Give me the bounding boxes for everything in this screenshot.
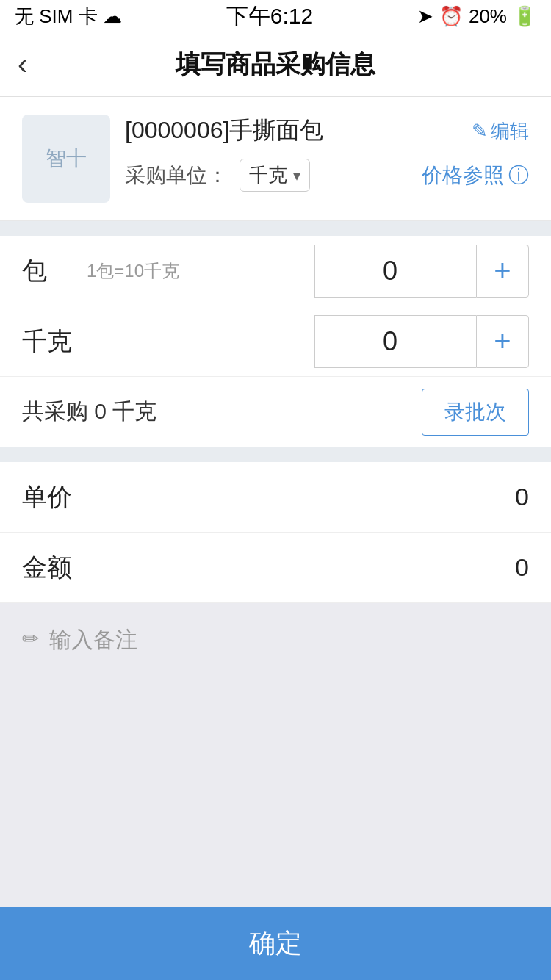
alarm-icon: ⏰ <box>439 5 463 28</box>
unit-price-label: 单价 <box>22 480 72 514</box>
batch-button[interactable]: 录批次 <box>422 389 529 436</box>
summary-text: 共采购 0 千克 <box>22 397 156 427</box>
price-ref-button[interactable]: 价格参照 ⓘ <box>422 162 529 190</box>
product-card: 智十 [0000006]手撕面包 ✎ 编辑 采购单位： 千克 ▾ 价格参照 ⓘ <box>0 97 551 221</box>
amount-label: 金额 <box>22 551 72 585</box>
summary-row: 共采购 0 千克 录批次 <box>0 377 551 447</box>
note-placeholder: 输入备注 <box>49 625 137 655</box>
edit-label: 编辑 <box>491 118 529 144</box>
unit-row: 采购单位： 千克 ▾ 价格参照 ⓘ <box>125 159 529 192</box>
edit-button[interactable]: ✎ 编辑 <box>472 118 529 144</box>
bao-sublabel: 1包=10千克 <box>87 259 179 283</box>
kg-plus-button[interactable]: + <box>476 315 529 368</box>
price-section: 单价 0 金额 0 <box>0 462 551 603</box>
status-time: 下午6:12 <box>226 1 313 32</box>
kg-input-section: 千克 + <box>0 306 551 377</box>
kg-input-right: + <box>314 315 529 368</box>
price-ref-label: 价格参照 <box>422 162 504 190</box>
amount-value: 0 <box>515 553 529 582</box>
bao-quantity-input[interactable] <box>314 245 476 298</box>
product-name-row: [0000006]手撕面包 ✎ 编辑 <box>125 115 529 147</box>
bao-input-row: 包 1包=10千克 + <box>0 236 551 306</box>
status-right: ➤ ⏰ 20% 🔋 <box>417 5 536 28</box>
bao-plus-button[interactable]: + <box>476 245 529 298</box>
pencil-icon: ✏ <box>22 627 39 651</box>
bao-input-section: 包 1包=10千克 + <box>0 236 551 306</box>
location-icon: ➤ <box>417 5 433 28</box>
page-title: 填写商品采购信息 <box>176 48 375 82</box>
sim-status: 无 SIM 卡 ☁ <box>15 4 122 29</box>
product-info: [0000006]手撕面包 ✎ 编辑 采购单位： 千克 ▾ 价格参照 ⓘ <box>125 115 529 192</box>
info-icon: ⓘ <box>508 162 529 190</box>
product-thumbnail: 智十 <box>22 115 110 203</box>
kg-label: 千克 <box>22 325 81 359</box>
section-separator-2 <box>0 447 551 462</box>
product-logo: 智十 <box>46 148 87 169</box>
section-separator-1 <box>0 221 551 236</box>
unit-label: 采购单位： <box>125 162 228 190</box>
amount-row: 金额 0 <box>0 533 551 603</box>
unit-price-value: 0 <box>515 483 529 511</box>
nav-bar: ‹ 填写商品采购信息 <box>0 32 551 97</box>
unit-price-row: 单价 0 <box>0 462 551 533</box>
chevron-down-icon: ▾ <box>293 167 300 184</box>
confirm-button[interactable]: 确定 <box>0 907 551 980</box>
edit-icon: ✎ <box>472 120 488 143</box>
unit-select[interactable]: 千克 ▾ <box>240 159 310 192</box>
status-left: 无 SIM 卡 ☁ <box>15 4 122 29</box>
battery-icon: 🔋 <box>513 5 536 28</box>
battery-level: 20% <box>469 5 507 28</box>
status-bar: 无 SIM 卡 ☁ 下午6:12 ➤ ⏰ 20% 🔋 <box>0 0 551 32</box>
back-button[interactable]: ‹ <box>18 48 27 81</box>
bao-label: 包 <box>22 254 81 288</box>
unit-value: 千克 <box>249 162 287 188</box>
bao-input-right: + <box>314 245 529 298</box>
kg-input-row: 千克 + <box>0 306 551 377</box>
product-name: [0000006]手撕面包 <box>125 115 323 147</box>
kg-quantity-input[interactable] <box>314 315 476 368</box>
note-section[interactable]: ✏ 输入备注 <box>0 603 551 691</box>
